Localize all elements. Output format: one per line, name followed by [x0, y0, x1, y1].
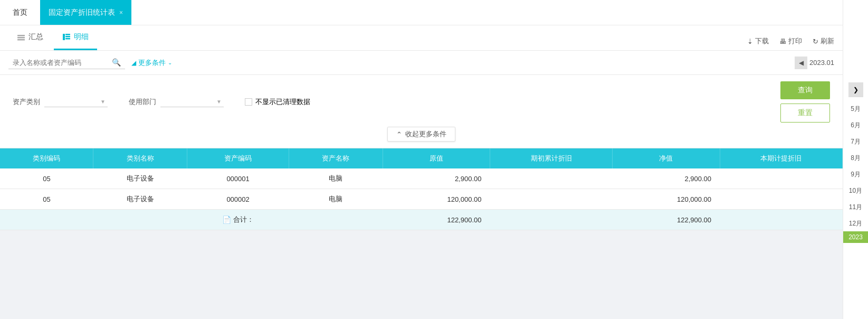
print-icon: 🖶	[779, 37, 786, 45]
summary-row: 📄 合计： 122,900.00 122,900.00	[0, 210, 843, 230]
month-item[interactable]: 8月	[843, 151, 868, 166]
summary-empty-1	[0, 210, 93, 230]
filter-area: 资产类别 ▼ 使用部门 ▼ 不显示已清理数据 查询 重置	[0, 75, 843, 148]
department-arrow-icon: ▼	[216, 99, 222, 105]
cell-accumulated-depreciation	[490, 189, 613, 210]
hide-cleared-checkbox[interactable]: 不显示已清理数据	[245, 97, 310, 107]
cell-net-value: 120,000.00	[613, 189, 720, 210]
download-icon: ⇣	[747, 37, 753, 45]
cell-accumulated-depreciation	[490, 168, 613, 189]
month-item[interactable]: 11月	[843, 200, 868, 215]
collapse-button[interactable]: ⌃ 收起更多条件	[387, 127, 455, 142]
summary-net-value: 122,900.00	[613, 210, 720, 230]
print-button[interactable]: 🖶 打印	[779, 36, 802, 46]
summary-accumulated-depreciation	[490, 210, 613, 230]
collapse-bar: ⌃ 收起更多条件	[13, 123, 830, 144]
cell-original-value: 2,900.00	[383, 168, 490, 189]
tab-label: 固定资产折旧统计表	[49, 8, 115, 17]
more-conditions-label: 更多条件	[138, 58, 166, 68]
svg-rect-6	[65, 38, 70, 40]
cell-asset-code: 000001	[187, 168, 289, 189]
summary-label-cell: 📄 合计：	[187, 210, 289, 230]
svg-rect-4	[65, 34, 70, 35]
sub-tabs-bar: 汇总 明细 ⇣ 下载 🖶 打印	[0, 25, 843, 51]
cell-category-code: 05	[0, 168, 93, 189]
cell-category-code: 05	[0, 189, 93, 210]
summary-label-text: 合计：	[233, 215, 254, 224]
svg-rect-1	[17, 37, 25, 39]
svg-rect-2	[17, 39, 25, 41]
month-item[interactable]: 6月	[843, 118, 868, 133]
right-panel: ❯ 5月6月7月8月9月10月11月12月 2023	[843, 0, 868, 319]
search-bar-right: ◀ 2023.01	[795, 57, 834, 69]
nav-home[interactable]: 首页	[0, 0, 40, 25]
active-tab[interactable]: 固定资产折旧统计表 ×	[40, 0, 131, 25]
month-item[interactable]: 9月	[843, 167, 868, 182]
detail-icon	[62, 33, 71, 41]
reset-button[interactable]: 重置	[780, 104, 830, 123]
more-conditions-button[interactable]: ◢ 更多条件 ⌄	[131, 58, 172, 68]
cell-original-value: 120,000.00	[383, 189, 490, 210]
search-icon[interactable]: 🔍	[112, 58, 121, 67]
svg-rect-3	[63, 34, 65, 40]
cell-current-depreciation	[720, 189, 842, 210]
cell-asset-name: 电脑	[289, 168, 383, 189]
asset-category-label: 资产类别	[13, 97, 40, 107]
toolbar: ⇣ 下载 🖶 打印 ↻ 刷新	[747, 36, 834, 50]
date-prev-arrow[interactable]: ◀	[795, 57, 807, 69]
print-label: 打印	[788, 36, 802, 46]
layers-icon	[17, 33, 25, 41]
query-button[interactable]: 查询	[780, 81, 830, 99]
chevron-down-icon: ⌄	[168, 60, 172, 65]
checkbox-icon	[245, 98, 252, 106]
summary-original-value: 122,900.00	[383, 210, 490, 230]
cell-asset-code: 000002	[187, 189, 289, 210]
table-header-row: 类别编码 类别名称 资产编码 资产名称 原值 期初累计折旧 净值 本期计提折旧	[0, 148, 843, 168]
month-item[interactable]: 5月	[843, 101, 868, 117]
cell-net-value: 2,900.00	[613, 168, 720, 189]
cell-category-name: 电子设备	[93, 168, 187, 189]
asset-category-arrow-icon: ▼	[100, 99, 106, 105]
filter-asset-category: 资产类别 ▼	[13, 97, 108, 107]
month-list: 5月6月7月8月9月10月11月12月	[843, 101, 868, 231]
col-header-current-depreciation: 本期计提折旧	[720, 148, 842, 168]
search-bar: 🔍 ◢ 更多条件 ⌄ ◀ 2023.01	[0, 51, 843, 75]
month-item[interactable]: 7月	[843, 134, 868, 149]
download-button[interactable]: ⇣ 下载	[747, 36, 769, 46]
filter-actions: 查询 重置	[780, 81, 830, 123]
year-badge[interactable]: 2023	[843, 231, 868, 243]
month-item[interactable]: 12月	[843, 216, 868, 231]
date-navigation: ◀ 2023.01	[795, 57, 834, 69]
tab-summary[interactable]: 汇总	[8, 25, 52, 50]
close-tab-icon[interactable]: ×	[119, 9, 123, 16]
cell-category-name: 电子设备	[93, 189, 187, 210]
cell-current-depreciation	[720, 168, 842, 189]
filter-row: 资产类别 ▼ 使用部门 ▼ 不显示已清理数据 查询 重置	[13, 81, 830, 123]
filter-department: 使用部门 ▼	[129, 97, 224, 107]
department-label: 使用部门	[129, 97, 156, 107]
search-input[interactable]	[13, 59, 108, 67]
refresh-button[interactable]: ↻ 刷新	[813, 36, 834, 46]
data-table: 类别编码 类别名称 资产编码 资产名称 原值 期初累计折旧 净值 本期计提折旧 …	[0, 148, 843, 230]
tab-summary-label: 汇总	[28, 32, 43, 42]
table-row: 05 电子设备 000001 电脑 2,900.00 2,900.00	[0, 168, 843, 189]
col-header-category-code: 类别编码	[0, 148, 93, 168]
panel-expand-arrow[interactable]: ❯	[848, 82, 863, 97]
department-select[interactable]: ▼	[160, 97, 224, 107]
summary-empty-3	[289, 210, 383, 230]
download-label: 下载	[755, 36, 769, 46]
col-header-net-value: 净值	[613, 148, 720, 168]
refresh-icon: ↻	[813, 37, 818, 45]
col-header-accumulated-depreciation: 期初累计折旧	[490, 148, 613, 168]
tab-detail-label: 明细	[74, 32, 89, 42]
svg-rect-0	[17, 35, 25, 36]
month-item[interactable]: 10月	[843, 183, 868, 199]
refresh-label: 刷新	[821, 36, 834, 46]
tab-detail[interactable]: 明细	[54, 25, 97, 50]
sub-tabs-left: 汇总 明细	[8, 25, 97, 50]
col-header-asset-name: 资产名称	[289, 148, 383, 168]
asset-category-select[interactable]: ▼	[44, 97, 108, 107]
svg-rect-5	[65, 36, 70, 37]
summary-icon: 📄	[222, 215, 231, 224]
hide-cleared-label: 不显示已清理数据	[255, 97, 310, 107]
